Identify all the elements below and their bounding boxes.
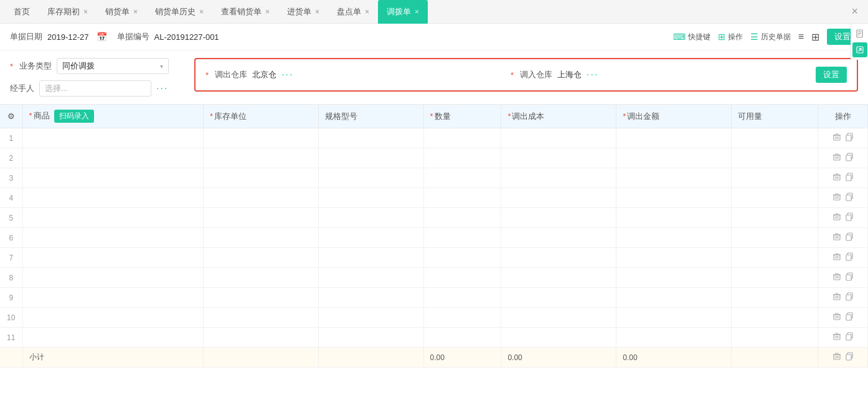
tab-stocktake[interactable]: 盘点单 ×: [328, 0, 378, 24]
row-delete-icon-7[interactable]: [833, 252, 841, 263]
row-qty-5[interactable]: [423, 208, 501, 228]
tab-close-sales-history[interactable]: ×: [199, 7, 204, 16]
table-settings-col-header[interactable]: ⚙: [0, 105, 22, 128]
sidebar-link-icon[interactable]: [852, 42, 867, 57]
row-delete-icon-6[interactable]: [833, 232, 841, 243]
row-copy-icon-7[interactable]: [845, 252, 854, 263]
row-cost-10[interactable]: [501, 308, 616, 328]
row-product-9[interactable]: [22, 288, 203, 308]
calendar-icon[interactable]: 📅: [97, 32, 107, 42]
row-product-11[interactable]: [22, 328, 203, 348]
sidebar-doc-icon[interactable]: [852, 26, 867, 41]
tab-home[interactable]: 首页: [5, 0, 39, 24]
row-qty-1[interactable]: [423, 128, 501, 148]
tab-close-view-sales[interactable]: ×: [265, 7, 270, 16]
handler-more-btn[interactable]: ···: [156, 83, 168, 94]
row-delete-icon-11[interactable]: [833, 332, 841, 343]
row-qty-7[interactable]: [423, 248, 501, 268]
tab-close-purchase-order[interactable]: ×: [315, 7, 319, 16]
row-amount-6[interactable]: [616, 228, 732, 248]
window-close-btn[interactable]: ×: [846, 5, 863, 18]
shortcut-btn[interactable]: ⌨ 快捷键: [673, 32, 710, 42]
row-delete-icon-8[interactable]: [833, 272, 841, 283]
row-cost-7[interactable]: [501, 248, 616, 268]
row-delete-icon-5[interactable]: [833, 212, 841, 223]
tab-close-sales-order[interactable]: ×: [133, 7, 138, 16]
tab-view-sales[interactable]: 查看销货单 ×: [212, 0, 278, 24]
operation-btn[interactable]: ⊞ 操作: [718, 32, 743, 42]
row-qty-8[interactable]: [423, 268, 501, 288]
row-delete-icon-9[interactable]: [833, 292, 841, 303]
row-product-4[interactable]: [22, 188, 203, 208]
row-copy-icon-1[interactable]: [845, 133, 854, 143]
tab-purchase-order[interactable]: 进货单 ×: [278, 0, 328, 24]
row-qty-10[interactable]: [423, 308, 501, 328]
row-amount-7[interactable]: [616, 248, 732, 268]
view-list-btn[interactable]: ≡: [798, 31, 804, 42]
row-cost-4[interactable]: [501, 188, 616, 208]
row-cost-8[interactable]: [501, 268, 616, 288]
row-delete-icon-1[interactable]: [833, 133, 841, 143]
row-product-2[interactable]: [22, 148, 203, 168]
row-product-3[interactable]: [22, 168, 203, 188]
row-cost-5[interactable]: [501, 208, 616, 228]
row-product-7[interactable]: [22, 248, 203, 268]
row-qty-4[interactable]: [423, 188, 501, 208]
row-cost-2[interactable]: [501, 148, 616, 168]
row-cost-9[interactable]: [501, 288, 616, 308]
row-copy-icon-8[interactable]: [845, 272, 854, 283]
row-copy-icon-10[interactable]: [845, 312, 854, 323]
row-delete-icon-2[interactable]: [833, 153, 841, 163]
row-delete-icon-10[interactable]: [833, 312, 841, 323]
handler-select[interactable]: 选择...: [39, 80, 151, 97]
row-amount-4[interactable]: [616, 188, 732, 208]
row-cost-11[interactable]: [501, 328, 616, 348]
out-warehouse-more-btn[interactable]: ···: [281, 69, 293, 80]
row-amount-11[interactable]: [616, 328, 732, 348]
scan-entry-button[interactable]: 扫码录入: [54, 110, 94, 123]
subtotal-delete-icon[interactable]: [833, 352, 841, 363]
tab-transfer[interactable]: 调拨单 ×: [378, 0, 428, 24]
row-copy-icon-3[interactable]: [845, 173, 854, 183]
row-amount-10[interactable]: [616, 308, 732, 328]
row-amount-1[interactable]: [616, 128, 732, 148]
row-copy-icon-9[interactable]: [845, 292, 854, 303]
row-copy-icon-4[interactable]: [845, 193, 854, 203]
row-amount-9[interactable]: [616, 288, 732, 308]
history-btn[interactable]: ☰ 历史单据: [750, 32, 791, 42]
row-product-1[interactable]: [22, 128, 203, 148]
row-qty-3[interactable]: [423, 168, 501, 188]
row-cost-6[interactable]: [501, 228, 616, 248]
row-copy-icon-2[interactable]: [845, 153, 854, 163]
tab-sales-history[interactable]: 销货单历史 ×: [146, 0, 212, 24]
view-grid-btn[interactable]: ⊞: [811, 31, 819, 43]
tab-sales-order[interactable]: 销货单 ×: [97, 0, 146, 24]
row-product-8[interactable]: [22, 268, 203, 288]
row-copy-icon-11[interactable]: [845, 332, 854, 343]
row-cost-3[interactable]: [501, 168, 616, 188]
row-product-10[interactable]: [22, 308, 203, 328]
subtotal-copy-icon[interactable]: [845, 352, 854, 363]
row-qty-9[interactable]: [423, 288, 501, 308]
row-cost-1[interactable]: [501, 128, 616, 148]
tab-close-stocktake[interactable]: ×: [365, 7, 369, 16]
row-delete-icon-4[interactable]: [833, 193, 841, 203]
row-copy-icon-6[interactable]: [845, 232, 854, 243]
row-amount-2[interactable]: [616, 148, 732, 168]
row-product-5[interactable]: [22, 208, 203, 228]
tab-close-transfer[interactable]: ×: [415, 7, 419, 16]
row-amount-3[interactable]: [616, 168, 732, 188]
in-warehouse-more-btn[interactable]: ···: [587, 69, 598, 80]
row-amount-5[interactable]: [616, 208, 732, 228]
row-copy-icon-5[interactable]: [845, 212, 854, 223]
row-qty-11[interactable]: [423, 328, 501, 348]
warehouse-settings-button[interactable]: 设置: [816, 67, 847, 83]
row-delete-icon-3[interactable]: [833, 173, 841, 183]
tab-inventory-init[interactable]: 库存期初 ×: [39, 0, 97, 24]
row-qty-2[interactable]: [423, 148, 501, 168]
row-qty-6[interactable]: [423, 228, 501, 248]
biz-type-select[interactable]: 同价调拨 ▾: [57, 58, 169, 74]
row-amount-8[interactable]: [616, 268, 732, 288]
row-product-6[interactable]: [22, 228, 203, 248]
tab-close-inventory-init[interactable]: ×: [83, 7, 88, 16]
